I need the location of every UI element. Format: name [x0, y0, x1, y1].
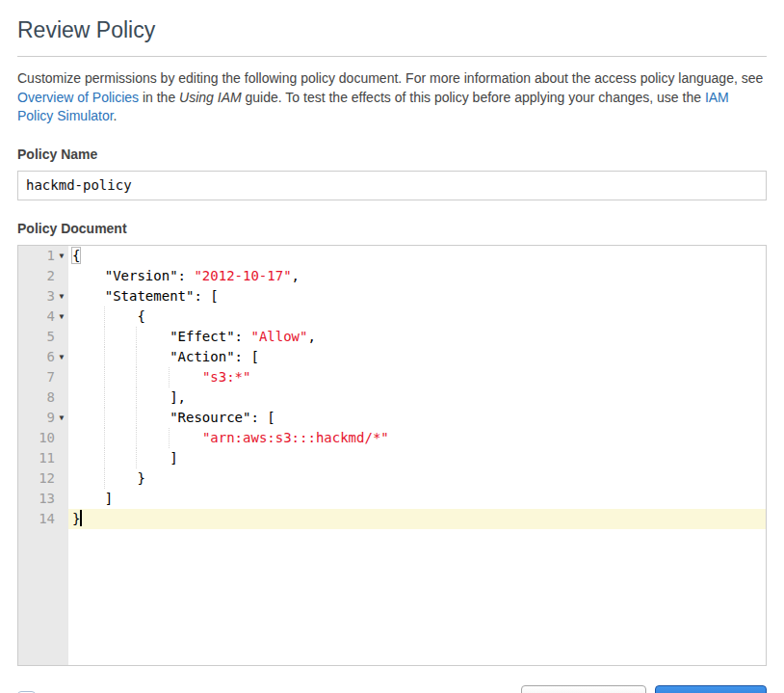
code-line[interactable]: ] — [68, 489, 766, 509]
gutter-line-number: 6▼ — [18, 347, 68, 367]
gutter-line-number: 14 — [18, 509, 68, 529]
code-line[interactable]: } — [68, 509, 766, 529]
intro-text-2: in the — [139, 90, 179, 105]
intro-text-4: . — [114, 108, 118, 123]
gutter-line-number: 2 — [18, 266, 68, 286]
code-line[interactable]: "arn:aws:s3:::hackmd/*" — [68, 428, 766, 448]
code-line[interactable]: "Resource": [ — [68, 408, 766, 428]
fold-toggle-icon[interactable]: ▼ — [55, 286, 68, 307]
code-line[interactable]: "Version": "2012-10-17", — [68, 266, 766, 286]
fold-toggle-icon[interactable]: ▼ — [55, 307, 68, 327]
policy-document-label: Policy Document — [17, 221, 767, 236]
code-line[interactable]: ] — [68, 448, 766, 468]
fold-toggle-icon[interactable]: ▼ — [55, 246, 68, 266]
code-line[interactable]: } — [68, 468, 766, 489]
footer-bar: Use autoformatting for policy editing Ca… — [17, 685, 767, 693]
using-iam-guide-name: Using IAM — [179, 90, 242, 105]
action-buttons: Cancel Validate Policy Apply Policy — [453, 685, 767, 693]
policy-document-editor[interactable]: 1▼23▼4▼56▼789▼1011121314 { "Version": "2… — [17, 245, 767, 666]
gutter-line-number: 8 — [18, 387, 68, 408]
review-policy-page: Review Policy Customize permissions by e… — [0, 0, 784, 693]
gutter-line-number: 5 — [18, 327, 68, 347]
gutter-line-number: 10 — [18, 428, 68, 448]
overview-of-policies-link[interactable]: Overview of Policies — [17, 90, 139, 105]
gutter-line-number: 11 — [18, 448, 68, 468]
intro-paragraph: Customize permissions by editing the fol… — [17, 69, 767, 126]
validate-policy-button[interactable]: Validate Policy — [521, 685, 646, 693]
code-line[interactable]: ], — [68, 387, 766, 408]
gutter-line-number: 7 — [18, 367, 68, 387]
apply-policy-button[interactable]: Apply Policy — [655, 685, 767, 693]
policy-name-input[interactable] — [17, 171, 767, 200]
code-line[interactable]: "s3:*" — [68, 367, 766, 387]
page-title: Review Policy — [17, 13, 767, 57]
fold-toggle-icon[interactable]: ▼ — [55, 408, 68, 428]
gutter-line-number: 4▼ — [18, 307, 68, 327]
gutter-line-number: 9▼ — [18, 408, 68, 428]
editor-gutter: 1▼23▼4▼56▼789▼1011121314 — [18, 246, 68, 665]
policy-name-label: Policy Name — [17, 147, 767, 162]
text-cursor — [80, 510, 82, 526]
gutter-line-number: 13 — [18, 489, 68, 509]
gutter-line-number: 12 — [18, 468, 68, 489]
code-line[interactable]: "Action": [ — [68, 347, 766, 367]
gutter-line-number: 1▼ — [18, 246, 68, 266]
code-line[interactable]: { — [68, 307, 766, 327]
editor-code-area[interactable]: { "Version": "2012-10-17", "Statement": … — [68, 246, 766, 665]
gutter-line-number: 3▼ — [18, 286, 68, 307]
intro-text-1: Customize permissions by editing the fol… — [17, 70, 763, 86]
code-line[interactable]: "Statement": [ — [68, 286, 766, 307]
intro-text-3: guide. To test the effects of this polic… — [242, 90, 705, 105]
code-line[interactable]: "Effect": "Allow", — [68, 327, 766, 347]
code-line[interactable]: { — [68, 246, 766, 266]
fold-toggle-icon[interactable]: ▼ — [55, 347, 68, 367]
